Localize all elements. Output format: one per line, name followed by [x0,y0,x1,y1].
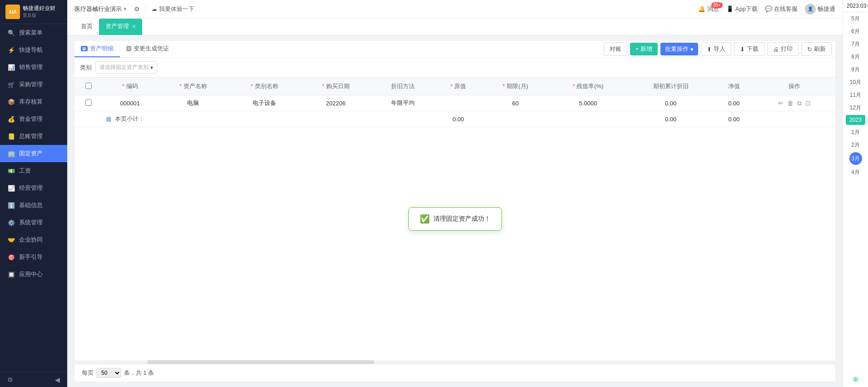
reconcile-button[interactable]: 对账 [604,42,627,56]
app-download-button[interactable]: 📱 App下载 [726,5,758,13]
sidebar-item-label: 资金管理 [19,115,43,123]
month-8[interactable]: 8月 [843,50,868,63]
table-header-row: 编码 资产名称 类别名称 购买日期 折旧方法 原值 期限(月) 残值率(%) 期… [74,78,835,95]
sidebar-item-guide[interactable]: 🎯 新手引导 [0,248,67,266]
cell-period: 60 [482,95,549,111]
month-2[interactable]: 2月 [843,139,868,151]
sidebar-item-payroll[interactable]: 💵 工资 [0,162,67,179]
settings-icon[interactable]: ⚙ [7,376,13,383]
sidebar-item-basic-info[interactable]: ℹ️ 基础信息 [0,197,67,214]
sidebar-item-sales[interactable]: 📊 销售管理 [0,59,67,76]
row-action-group: ✏ 🗑 ⧉ ⊡ [757,99,832,107]
sidebar-item-ledger[interactable]: 📒 总账管理 [0,128,67,145]
topbar-experience[interactable]: ☁ 我要体验一下 [151,5,194,13]
scrollbar-thumb[interactable] [147,360,374,364]
notifications-button[interactable]: 🔔 消息 99+ [698,5,719,13]
cloud-icon: ☁ [151,5,157,12]
sidebar-item-purchase[interactable]: 🛒 采购管理 [0,76,67,93]
batch-button[interactable]: 批量操作 ▾ [660,43,698,55]
print-button[interactable]: 🖨 打印 [767,42,799,56]
sidebar-item-search[interactable]: 🔍 搜索菜单 [0,24,67,41]
tabs-bar: 首页 资产管理 ✕ [67,18,843,35]
sidebar-item-label: 企业协同 [19,236,43,244]
guide-icon: 🎯 [7,253,15,261]
sub-tab-label: 变更生成凭证 [134,45,169,53]
refresh-button[interactable]: ↻ 刷新 [801,42,832,56]
sidebar-item-quick-nav[interactable]: ⚡ 快捷导航 [0,41,67,59]
cell-name: 电脑 [158,95,229,111]
sidebar-item-operations[interactable]: 📈 经营管理 [0,179,67,197]
sub-tab-label: 资产明细 [90,45,114,53]
year-2023-tag[interactable]: 2023 [846,115,865,125]
asset-table: 编码 资产名称 类别名称 购买日期 折旧方法 原值 期限(月) 残值率(%) 期… [74,78,835,360]
th-purchase-date: 购买日期 [300,78,372,95]
download-icon: ⬇ [740,46,745,53]
panel-bottom-icon[interactable]: ⊕ [843,371,868,387]
sidebar-item-enterprise[interactable]: 🤝 企业协同 [0,231,67,248]
select-all-checkbox[interactable] [85,83,92,89]
month-10[interactable]: 10月 [843,76,868,89]
import-button[interactable]: ⬆ 导入 [701,42,731,56]
sidebar-item-label: 固定资产 [19,149,43,158]
basic-info-icon: ℹ️ [7,201,15,209]
new-button[interactable]: + 新增 [630,43,658,55]
sub-tab-asset-detail[interactable]: ▦ 资产明细 [74,41,120,57]
filter-label: 类别 [80,64,92,72]
sidebar-item-app-center[interactable]: 🔲 应用中心 [0,266,67,283]
asset-detail-icon: ▦ [81,46,88,51]
collapse-icon[interactable]: ◀ [55,376,60,383]
online-service-button[interactable]: 💬 在线客服 [765,5,798,13]
filter-placeholder: 请选择固定资产类别 [99,64,149,71]
enterprise-icon: 🤝 [7,236,15,244]
tab-asset-mgmt[interactable]: 资产管理 ✕ [99,19,142,35]
th-depreciation-method: 折旧方法 [372,78,435,95]
payroll-icon: 💵 [7,167,15,175]
panel-close-icon[interactable]: ✕ [866,3,868,9]
edit-icon[interactable]: ✏ [778,99,784,107]
logo-abbr: AtA [9,10,17,15]
more-icon[interactable]: ⊡ [805,99,811,107]
notification-badge: 99+ [711,2,723,8]
row-checkbox[interactable] [85,99,92,106]
sidebar-item-inventory[interactable]: 📦 库存核算 [0,93,67,110]
delete-icon[interactable]: 🗑 [787,99,794,107]
success-icon: ✅ [420,214,430,224]
logo-text: 畅捷通好业财 [23,5,55,12]
content-area: ▦ 资产明细 ≡ 变更生成凭证 对账 + 新增 批量操作 ▾ [67,35,843,387]
sidebar-nav: 🔍 搜索菜单 ⚡ 快捷导航 📊 销售管理 🛒 采购管理 📦 库存核算 💰 资金管… [0,24,67,372]
topbar-gear-icon[interactable]: ⚙ [134,5,140,13]
sales-icon: 📊 [7,63,15,71]
cell-subtotal-empty2 [549,111,627,127]
month-1[interactable]: 1月 [843,126,868,139]
tab-close-icon[interactable]: ✕ [132,24,136,30]
month-5[interactable]: 5月 [843,12,868,25]
user-menu[interactable]: 👤 畅捷通 [805,4,835,15]
horizontal-scrollbar[interactable] [74,360,835,364]
month-6[interactable]: 6月 [843,25,868,38]
username: 畅捷通 [818,5,835,13]
month-3-active[interactable]: 3月 [849,152,862,165]
per-page-select[interactable]: 50 100 [96,368,121,378]
month-7[interactable]: 7月 [843,38,868,50]
th-actions: 操作 [754,78,835,95]
month-4[interactable]: 4月 [843,166,868,179]
month-9[interactable]: 9月 [843,63,868,76]
th-category: 类别名称 [229,78,300,95]
sidebar-item-fixed-assets[interactable]: 🏢 固定资产 [0,145,67,162]
import-icon: ⬆ [707,46,712,53]
sidebar-item-label: 基础信息 [19,201,43,209]
th-name: 资产名称 [158,78,229,95]
pagination: 每页 50 100 条，共 1 条 [74,364,835,382]
month-12[interactable]: 12月 [843,101,868,114]
month-11[interactable]: 11月 [843,89,868,101]
sidebar-item-funds[interactable]: 💰 资金管理 [0,110,67,128]
search-icon: 🔍 [7,29,15,37]
tab-home[interactable]: 首页 [74,19,99,35]
sub-tab-change-voucher[interactable]: ≡ 变更生成凭证 [120,41,175,57]
avatar-icon: 👤 [808,6,813,11]
download-button[interactable]: ⬇ 下载 [734,42,764,56]
main-area: 医疗器械行业演示 ▾ ⚙ ☁ 我要体验一下 🔔 消息 99+ 📱 App下载 💬… [67,0,843,387]
category-filter[interactable]: 请选择固定资产类别 ▾ [95,61,157,74]
sidebar-item-system[interactable]: ⚙️ 系统管理 [0,214,67,231]
copy-icon[interactable]: ⧉ [797,99,802,107]
